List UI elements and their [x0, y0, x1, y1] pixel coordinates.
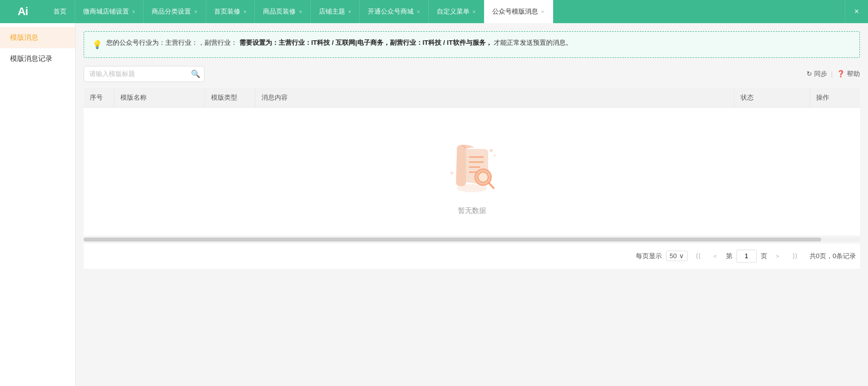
search-right: ↻ 同步 | ❓ 帮助: [807, 69, 860, 79]
tab-item[interactable]: 商品页装修×: [255, 0, 310, 23]
empty-row: 暂无数据: [84, 107, 860, 236]
prev-page-button[interactable]: ＜: [709, 250, 722, 263]
tab-close-icon[interactable]: ×: [132, 9, 135, 15]
notice-banner: 💡 您的公众号行业为：主营行业：，副营行业： 需要设置为：主营行业：IT科技 /…: [84, 31, 860, 58]
tab-close-icon[interactable]: ×: [299, 9, 302, 15]
next-page-button[interactable]: ＞: [771, 250, 784, 263]
tab-close-icon[interactable]: ×: [348, 9, 351, 15]
notice-highlight: 需要设置为：主营行业：IT科技 / 互联网|电子商务，副营行业：IT科技 / I…: [239, 39, 492, 46]
help-icon: ❓: [837, 70, 845, 78]
divider: |: [831, 70, 833, 78]
top-navigation: Ai 首页微商城店铺设置×商品分类设置×首页装修×商品页装修×店铺主题×开通公众…: [0, 0, 868, 23]
main-layout: 模版消息模版消息记录 💡 您的公众号行业为：主营行业：，副营行业： 需要设置为：…: [0, 23, 868, 386]
last-page-button[interactable]: ⟩⟩: [788, 250, 802, 263]
empty-state: 暂无数据: [84, 108, 860, 236]
table-header-row: 序号模版名称模版类型消息内容状态操作: [84, 88, 860, 108]
page-label-before: 第: [726, 252, 732, 261]
sidebar-item[interactable]: 模版消息记录: [0, 48, 75, 69]
tab-item[interactable]: 首页装修×: [206, 0, 255, 23]
lightbulb-icon: 💡: [92, 38, 102, 51]
tab-close-icon[interactable]: ×: [541, 9, 544, 15]
table-column-header: 消息内容: [255, 88, 734, 108]
tab-close-icon[interactable]: ×: [243, 9, 246, 15]
page-label-after: 页: [761, 252, 767, 261]
search-input-wrapper: 🔍: [84, 66, 205, 82]
page-size-label: 每页显示: [636, 252, 662, 261]
brand-logo: Ai: [0, 0, 45, 23]
search-left: 🔍: [84, 66, 205, 82]
chevron-down-icon: ∨: [679, 252, 684, 260]
search-bar: 🔍 ↻ 同步 | ❓ 帮助: [84, 66, 860, 82]
page-size-select[interactable]: 50 ∨: [666, 251, 687, 261]
global-close-button[interactable]: ×: [845, 0, 868, 23]
empty-text: 暂无数据: [458, 206, 486, 215]
tab-item[interactable]: 店铺主题×: [311, 0, 360, 23]
tab-item[interactable]: 首页: [45, 0, 75, 23]
page-size-value: 50: [670, 252, 677, 260]
sync-button[interactable]: ↻ 同步: [807, 69, 827, 79]
help-button[interactable]: ❓ 帮助: [837, 69, 860, 79]
scrollbar-track[interactable]: [84, 238, 860, 242]
tab-item[interactable]: 自定义菜单×: [429, 0, 484, 23]
svg-point-8: [490, 149, 493, 152]
search-input[interactable]: [84, 66, 205, 82]
scrollbar-thumb[interactable]: [84, 238, 821, 242]
svg-point-6: [478, 172, 488, 182]
table-column-header: 模版类型: [205, 88, 255, 108]
tab-list: 首页微商城店铺设置×商品分类设置×首页装修×商品页装修×店铺主题×开通公众号商城…: [45, 0, 845, 23]
table-column-header: 操作: [810, 88, 860, 108]
sidebar: 模版消息模版消息记录: [0, 23, 76, 386]
svg-point-9: [494, 155, 496, 157]
svg-point-10: [450, 172, 453, 175]
sync-icon: ↻: [807, 70, 812, 78]
table-body: 暂无数据: [84, 107, 860, 236]
sidebar-item[interactable]: 模版消息: [0, 27, 75, 48]
table-column-header: 序号: [84, 88, 114, 108]
notice-text: 您的公众号行业为：主营行业：，副营行业： 需要设置为：主营行业：IT科技 / 互…: [106, 38, 572, 48]
tab-close-icon[interactable]: ×: [473, 9, 476, 15]
tab-item[interactable]: 微商城店铺设置×: [75, 0, 144, 23]
main-content: 💡 您的公众号行业为：主营行业：，副营行业： 需要设置为：主营行业：IT科技 /…: [76, 23, 868, 386]
tab-close-icon[interactable]: ×: [417, 9, 420, 15]
pagination: 每页显示 50 ∨ ⟨⟨ ＜ 第 页 ＞ ⟩⟩ 共0页，0条记录: [84, 244, 860, 269]
tab-item[interactable]: 商品分类设置×: [144, 0, 206, 23]
first-page-button[interactable]: ⟨⟨: [692, 250, 705, 263]
total-label: 共0页，0条记录: [810, 252, 856, 261]
svg-line-7: [489, 183, 494, 188]
table-header: 序号模版名称模版类型消息内容状态操作: [84, 88, 860, 108]
tab-item[interactable]: 开通公众号商城×: [360, 0, 428, 23]
empty-illustration: [442, 138, 502, 198]
search-button[interactable]: 🔍: [191, 69, 201, 79]
tab-item[interactable]: 公众号模版消息×: [484, 0, 553, 23]
page-input[interactable]: [737, 250, 757, 263]
data-table: 序号模版名称模版类型消息内容状态操作: [84, 88, 860, 236]
table-column-header: 模版名称: [114, 88, 205, 108]
table-column-header: 状态: [734, 88, 810, 108]
tab-close-icon[interactable]: ×: [194, 9, 197, 15]
